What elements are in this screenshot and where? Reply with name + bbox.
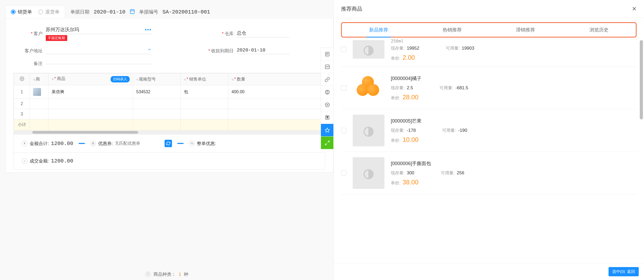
col-qty[interactable]: ⇅*数量 [228,73,325,85]
remark-label: 备注 [34,61,43,66]
tab-hot-products[interactable]: 热销推荐 [443,27,462,37]
minus-icon [79,143,85,144]
chevron-down-icon[interactable] [147,47,152,53]
order-discount-label: 整单优惠: [197,141,216,147]
doc-type-tabs: 销货单 退货单 [5,5,65,18]
svg-text:¥: ¥ [326,116,328,119]
radio-sales-label: 销货单 [18,9,32,15]
product-image: ◑ [353,157,384,189]
col-product[interactable]: ⇅*商品扫码录入 [48,73,133,85]
product-item: ◑ 250ml 现存量:19952 可用量:19903 单价:2.00 [341,38,637,67]
doc-no-label: 单据编号 [139,9,158,15]
ellipsis-icon[interactable]: ••• [145,27,152,32]
duedate-value: 2020-01-10 [237,48,265,53]
tool-swap-icon[interactable] [321,86,334,99]
tool-link-icon[interactable] [321,73,334,86]
customer-value: 苏州万达沃尔玛 [46,26,79,33]
radio-return-order[interactable]: 退货单 [38,9,60,15]
col-image[interactable]: ⇅商 [30,73,48,85]
tool-note-icon[interactable] [321,48,334,60]
product-checkbox[interactable] [341,170,346,176]
svg-line-15 [328,141,329,142]
tool-star-icon[interactable] [321,124,334,137]
warehouse-field[interactable]: 总仓 [237,30,290,38]
doc-meta: 单据日期 2020-01-10 单据编号 SA-20200110-001 [70,9,210,15]
product-item: [0000004]橘子 现存量:2.5 可用量:-681.5 单价:28.00 [341,67,637,109]
duedate-label: 收款到期日 [211,48,234,53]
kinds-value: 1 [179,272,181,277]
coupon-icon: 券 [90,141,96,146]
calendar-icon[interactable] [130,9,135,15]
svg-rect-0 [130,10,134,13]
kinds-unit: 种 [184,271,188,277]
address-label: 客户地址 [25,48,43,53]
kinds-label: 商品种类： [153,271,176,277]
customer-label: 客户 [34,31,43,36]
duedate-field[interactable]: 2020-01-10 [237,48,290,54]
minus-icon [177,143,184,144]
product-checkbox[interactable] [341,128,346,133]
yen-icon: ¥ [22,141,28,146]
refresh-button[interactable] [165,140,172,147]
radio-checked-icon [11,10,16,14]
amount-label: 金额合计: [30,141,49,147]
tab-slow-products[interactable]: 滞销推荐 [516,27,535,37]
discount-icon: % [189,141,195,146]
line-items-table: ⇅商 ⇅*商品扫码录入 ⇅规格型号 ⇅*销售单位 ⇅*数量 1 果倍爽 5345… [13,73,325,134]
product-image [353,72,384,104]
vertical-scrollbar[interactable] [640,40,643,119]
scan-input-button[interactable]: 扫码录入 [111,76,130,82]
warehouse-value: 总仓 [237,30,246,36]
tool-expand-icon[interactable] [321,137,334,149]
recommend-tabs: 新品推荐 热销推荐 滞销推荐 浏览历史 [341,22,637,38]
bottom-info: ⓘ 商品种类： 1 种 [145,271,188,277]
gear-column[interactable] [14,73,30,85]
customer-badge: 不固定账期 [46,35,67,41]
tool-currency-icon[interactable]: ¥ [321,111,334,124]
tab-browse-history[interactable]: 浏览历史 [589,27,609,37]
doc-date-label: 单据日期 [70,9,89,15]
svg-line-16 [325,143,327,145]
col-unit[interactable]: ⇅*销售单位 [181,73,228,85]
product-checkbox[interactable] [341,47,346,52]
remark-field[interactable] [46,63,152,64]
warehouse-label: 仓库 [225,31,234,36]
radio-return-label: 退货单 [45,9,60,15]
svg-marker-14 [325,128,330,132]
address-field[interactable] [46,47,152,54]
close-icon[interactable]: ✕ [632,6,637,12]
right-panel-title: 推荐商品 [341,5,362,12]
product-image: ◑ [353,115,384,146]
product-image: ◑ [353,40,384,59]
tool-chart-icon[interactable] [321,60,334,73]
col-spec[interactable]: ⇅规格型号 [133,73,181,85]
customer-field[interactable]: 苏州万达沃尔玛 ••• [46,26,152,34]
radio-sales-order[interactable]: 销货单 [11,9,32,15]
product-item: ◑ [0000005]芒果 现存量:-178 可用量:-190 单价:10.00 [341,109,637,152]
table-row[interactable]: 1 果倍爽 534532 包 400.00 [14,85,325,99]
product-checkbox[interactable] [341,85,346,91]
tool-receipt-icon[interactable] [321,99,334,111]
horizontal-scrollbar[interactable] [14,130,325,134]
subtotal-label: 小计 [14,119,30,130]
radio-unchecked-icon [38,10,43,14]
selected-count-button[interactable]: 选中(0)返回 [609,267,639,276]
table-row[interactable]: 2 [14,99,325,109]
deal-value: 1200.00 [51,158,73,164]
doc-no-value: SA-20200110-001 [162,9,210,15]
doc-date-value[interactable]: 2020-01-10 [94,9,125,15]
table-row[interactable]: 3 [14,109,325,119]
coupon-input[interactable] [115,141,162,146]
amount-value: 1200.00 [51,141,73,147]
coupon-label: 优惠券: [98,141,113,147]
svg-point-4 [21,78,22,80]
deal-label: 成交金额: [30,158,49,164]
side-toolbar: ¥ [321,48,334,150]
tab-new-products[interactable]: 新品推荐 [369,27,388,37]
deal-icon: ✓ [22,158,28,164]
info-icon: ⓘ [145,272,151,277]
product-item: ◑ [0000006]手撕面包 现存量:300 可用量:256 单价:38.00 [341,152,637,194]
